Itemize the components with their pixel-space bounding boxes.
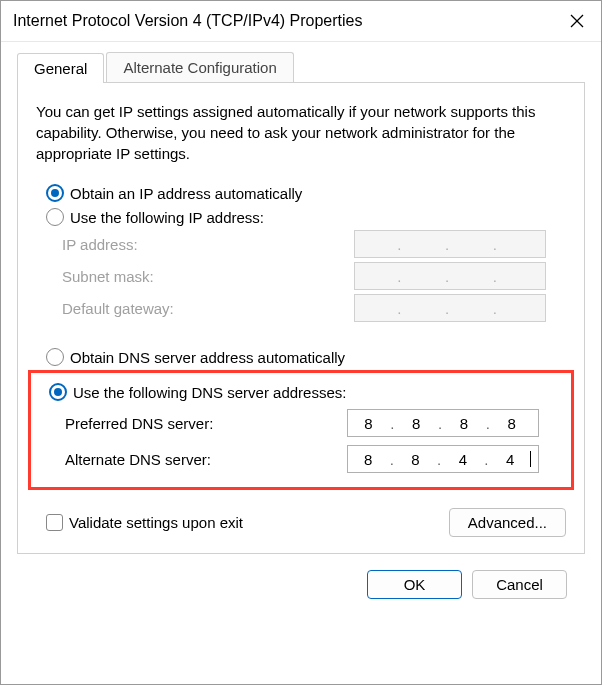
radio-dns-manual[interactable] (49, 383, 67, 401)
highlight-box: Use the following DNS server addresses: … (28, 370, 574, 490)
dialog-window: Internet Protocol Version 4 (TCP/IPv4) P… (0, 0, 602, 685)
default-gateway-label: Default gateway: (62, 300, 174, 317)
advanced-button[interactable]: Advanced... (449, 508, 566, 537)
dialog-content: General Alternate Configuration You can … (1, 42, 601, 627)
validate-checkbox[interactable] (46, 514, 63, 531)
dialog-footer: OK Cancel (17, 554, 585, 611)
tab-general[interactable]: General (17, 53, 104, 83)
radio-dns-manual-row[interactable]: Use the following DNS server addresses: (37, 383, 565, 401)
bottom-row: Validate settings upon exit Advanced... (36, 508, 566, 537)
field-default-gateway: Default gateway: . . . (62, 294, 546, 322)
radio-dns-auto-row[interactable]: Obtain DNS server address automatically (36, 348, 566, 366)
radio-ip-auto-row[interactable]: Obtain an IP address automatically (36, 184, 566, 202)
field-preferred-dns: Preferred DNS server: 8. 8. 8. 8 (65, 409, 565, 437)
preferred-dns-label: Preferred DNS server: (65, 415, 213, 432)
tab-panel-general: You can get IP settings assigned automat… (17, 83, 585, 554)
window-title: Internet Protocol Version 4 (TCP/IPv4) P… (13, 12, 362, 30)
radio-dns-auto[interactable] (46, 348, 64, 366)
radio-dns-manual-label: Use the following DNS server addresses: (73, 384, 346, 401)
cancel-button[interactable]: Cancel (472, 570, 567, 599)
tab-strip: General Alternate Configuration (17, 52, 585, 83)
close-icon (570, 14, 584, 28)
field-ip-address: IP address: . . . (62, 230, 546, 258)
alternate-dns-label: Alternate DNS server: (65, 451, 211, 468)
field-subnet-mask: Subnet mask: . . . (62, 262, 546, 290)
text-cursor (530, 451, 531, 467)
radio-ip-manual-label: Use the following IP address: (70, 209, 264, 226)
default-gateway-input: . . . (354, 294, 546, 322)
radio-ip-manual[interactable] (46, 208, 64, 226)
ip-address-input: . . . (354, 230, 546, 258)
subnet-mask-label: Subnet mask: (62, 268, 154, 285)
titlebar: Internet Protocol Version 4 (TCP/IPv4) P… (1, 1, 601, 42)
ip-address-label: IP address: (62, 236, 138, 253)
radio-dns-auto-label: Obtain DNS server address automatically (70, 349, 345, 366)
radio-ip-auto-label: Obtain an IP address automatically (70, 185, 302, 202)
validate-checkbox-row[interactable]: Validate settings upon exit (46, 514, 243, 531)
alternate-dns-input[interactable]: 8. 8. 4. 4 (347, 445, 539, 473)
tab-alternate-configuration[interactable]: Alternate Configuration (106, 52, 293, 82)
field-alternate-dns: Alternate DNS server: 8. 8. 4. 4 (65, 445, 565, 473)
preferred-dns-input[interactable]: 8. 8. 8. 8 (347, 409, 539, 437)
description-text: You can get IP settings assigned automat… (36, 101, 566, 164)
validate-label: Validate settings upon exit (69, 514, 243, 531)
radio-ip-manual-row[interactable]: Use the following IP address: (36, 208, 566, 226)
close-button[interactable] (565, 9, 589, 33)
radio-ip-auto[interactable] (46, 184, 64, 202)
subnet-mask-input: . . . (354, 262, 546, 290)
ok-button[interactable]: OK (367, 570, 462, 599)
